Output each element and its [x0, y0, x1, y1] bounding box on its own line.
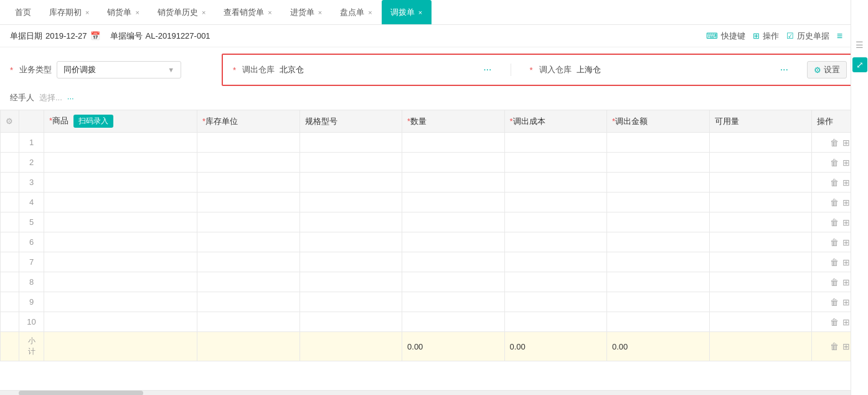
tab-purchase[interactable]: 进货单 ×: [281, 0, 331, 24]
row-cost-cell[interactable]: [504, 173, 606, 193]
row-amount-cell[interactable]: [607, 292, 709, 312]
delete-icon[interactable]: 🗑: [830, 277, 839, 287]
row-qty-cell[interactable]: [402, 133, 504, 153]
row-cost-cell[interactable]: [504, 153, 606, 173]
transfer-out-value[interactable]: 北京仓: [280, 64, 304, 75]
tab-view-sales[interactable]: 查看销货单 ×: [215, 0, 281, 24]
tab-inventory-init[interactable]: 库存期初 ×: [40, 0, 98, 24]
copy-icon[interactable]: ⊞: [842, 178, 850, 188]
tab-transfer-close[interactable]: ×: [418, 9, 422, 16]
history-btn[interactable]: ☑ 历史单据: [786, 31, 829, 42]
delete-icon[interactable]: 🗑: [830, 341, 839, 351]
row-amount-cell[interactable]: [607, 173, 709, 193]
tab-sales-history-close[interactable]: ×: [202, 9, 205, 16]
delete-icon[interactable]: 🗑: [830, 297, 839, 307]
delete-icon[interactable]: 🗑: [830, 257, 839, 267]
scan-button[interactable]: 扫码录入: [73, 115, 113, 128]
row-spec-cell[interactable]: [300, 212, 402, 232]
copy-icon[interactable]: ⊞: [842, 341, 850, 351]
row-cost-cell[interactable]: [504, 212, 606, 232]
business-type-select[interactable]: 同价调拨 ▼: [57, 61, 181, 79]
transfer-in-value[interactable]: 上海仓: [577, 64, 601, 75]
row-amount-cell[interactable]: [607, 232, 709, 252]
tab-purchase-close[interactable]: ×: [318, 9, 322, 16]
row-product-cell[interactable]: [44, 133, 197, 153]
copy-icon[interactable]: ⊞: [842, 277, 850, 287]
row-spec-cell[interactable]: [300, 153, 402, 173]
row-qty-cell[interactable]: [402, 173, 504, 193]
row-qty-cell[interactable]: [402, 252, 504, 272]
row-amount-cell[interactable]: [607, 312, 709, 332]
row-product-cell[interactable]: [44, 272, 197, 292]
row-cost-cell[interactable]: [504, 193, 606, 212]
row-cost-cell[interactable]: [504, 292, 606, 312]
row-spec-cell[interactable]: [300, 173, 402, 193]
transfer-in-more-btn[interactable]: ···: [780, 64, 788, 75]
shortcut-btn[interactable]: ⌨ 快捷键: [706, 31, 745, 42]
delete-icon[interactable]: 🗑: [830, 158, 839, 168]
row-spec-cell[interactable]: [300, 252, 402, 272]
col-settings[interactable]: ⚙: [1, 110, 19, 133]
handler-more-btn[interactable]: ···: [67, 93, 74, 103]
row-spec-cell[interactable]: [300, 272, 402, 292]
copy-icon[interactable]: ⊞: [842, 138, 850, 148]
row-unit-cell[interactable]: [197, 153, 300, 173]
sidebar-list-icon[interactable]: ☰: [852, 37, 867, 52]
delete-icon[interactable]: 🗑: [830, 198, 839, 207]
row-unit-cell[interactable]: [197, 212, 300, 232]
row-qty-cell[interactable]: [402, 193, 504, 212]
row-spec-cell[interactable]: [300, 193, 402, 212]
row-product-cell[interactable]: [44, 232, 197, 252]
operation-btn[interactable]: ⊞ 操作: [753, 31, 779, 42]
copy-icon[interactable]: ⊞: [842, 198, 850, 207]
row-cost-cell[interactable]: [504, 272, 606, 292]
row-qty-cell[interactable]: [402, 272, 504, 292]
tab-inventory-init-close[interactable]: ×: [85, 9, 89, 16]
row-unit-cell[interactable]: [197, 272, 300, 292]
row-amount-cell[interactable]: [607, 133, 709, 153]
calendar-icon[interactable]: 📅: [90, 31, 100, 40]
tab-inventory-check[interactable]: 盘点单 ×: [331, 0, 381, 24]
row-product-cell[interactable]: [44, 252, 197, 272]
copy-icon[interactable]: ⊞: [842, 317, 850, 327]
handler-select[interactable]: 选择...: [39, 92, 62, 103]
tab-sales-close[interactable]: ×: [135, 9, 139, 16]
tab-sales[interactable]: 销货单 ×: [98, 0, 148, 24]
row-spec-cell[interactable]: [300, 232, 402, 252]
row-spec-cell[interactable]: [300, 133, 402, 153]
row-unit-cell[interactable]: [197, 193, 300, 212]
tab-transfer[interactable]: 调拨单 ×: [382, 0, 432, 24]
copy-icon[interactable]: ⊞: [842, 237, 850, 247]
tab-view-sales-close[interactable]: ×: [268, 9, 271, 16]
row-product-cell[interactable]: [44, 292, 197, 312]
delete-icon[interactable]: 🗑: [830, 178, 839, 188]
sidebar-expand-icon[interactable]: ⤢: [852, 57, 867, 72]
layout-btn1[interactable]: ≡: [837, 31, 842, 42]
scroll-thumb[interactable]: [19, 391, 143, 395]
row-spec-cell[interactable]: [300, 312, 402, 332]
setting-button[interactable]: ⚙ 设置: [807, 61, 847, 79]
row-product-cell[interactable]: [44, 173, 197, 193]
row-qty-cell[interactable]: [402, 153, 504, 173]
row-cost-cell[interactable]: [504, 133, 606, 153]
row-cost-cell[interactable]: [504, 312, 606, 332]
row-product-cell[interactable]: [44, 193, 197, 212]
row-unit-cell[interactable]: [197, 252, 300, 272]
copy-icon[interactable]: ⊞: [842, 217, 850, 227]
copy-icon[interactable]: ⊞: [842, 158, 850, 168]
copy-icon[interactable]: ⊞: [842, 257, 850, 267]
row-amount-cell[interactable]: [607, 193, 709, 212]
row-qty-cell[interactable]: [402, 232, 504, 252]
horizontal-scrollbar[interactable]: [0, 390, 868, 395]
tab-home[interactable]: 首页: [6, 0, 40, 24]
row-cost-cell[interactable]: [504, 252, 606, 272]
row-amount-cell[interactable]: [607, 252, 709, 272]
row-cost-cell[interactable]: [504, 232, 606, 252]
delete-icon[interactable]: 🗑: [830, 138, 839, 148]
delete-icon[interactable]: 🗑: [830, 237, 839, 247]
delete-icon[interactable]: 🗑: [830, 317, 839, 327]
row-product-cell[interactable]: [44, 153, 197, 173]
row-qty-cell[interactable]: [402, 312, 504, 332]
row-qty-cell[interactable]: [402, 292, 504, 312]
row-product-cell[interactable]: [44, 212, 197, 232]
